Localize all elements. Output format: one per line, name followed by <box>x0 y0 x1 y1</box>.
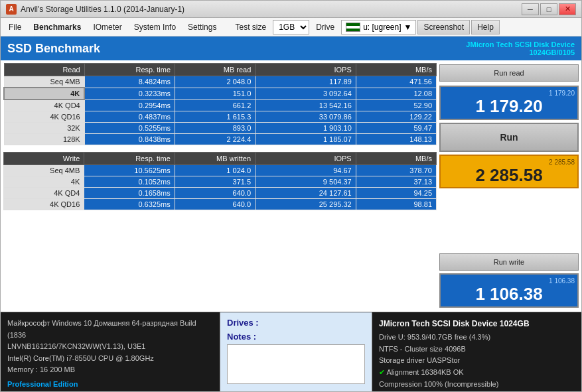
row-mbs: 471.56 <box>356 76 436 88</box>
minimize-button[interactable]: ─ <box>522 3 539 15</box>
write-col-label: Write <box>4 153 84 165</box>
row-resp: 10.5625ms <box>84 165 175 176</box>
row-resp: 0.1658ms <box>84 188 175 199</box>
row-mbs: 37.13 <box>356 176 436 188</box>
screenshot-button[interactable]: Screenshot <box>417 20 470 34</box>
table-row: 4K QD16 0.6325ms 640.0 25 295.32 98.81 <box>4 199 437 210</box>
row-iops: 94.67 <box>255 165 356 176</box>
menu-test-size-label: Test size <box>230 21 271 34</box>
sys-cpu2: Intel(R) Core(TM) i7-8550U CPU @ 1.80GHz <box>7 353 213 365</box>
maximize-button[interactable]: □ <box>540 3 557 15</box>
row-iops: 9 504.37 <box>255 176 356 188</box>
drive-flag-icon <box>346 23 360 32</box>
run-read-button[interactable]: Run read <box>439 64 579 82</box>
row-label: 4K QD4 <box>4 188 84 199</box>
title-bar-left: A Anvil's Storage Utilities 1.1.0 (2014-… <box>6 4 184 15</box>
bench-header: SSD Benchmark JMicron Tech SCSI Disk Dev… <box>1 36 581 60</box>
row-mb: 1 615.3 <box>175 111 255 123</box>
row-label: 4K <box>4 88 84 99</box>
table-row: 128K 0.8438ms 2 224.4 1 185.07 148.13 <box>4 134 437 145</box>
row-resp: 0.1052ms <box>84 176 175 188</box>
read-col-label: Read <box>4 64 84 76</box>
run-write-button[interactable]: Run write <box>439 253 579 271</box>
drive-selector[interactable]: u: [ugreen] ▼ <box>341 20 416 34</box>
row-label: Seq 4MB <box>4 165 84 176</box>
menu-system-info[interactable]: System Info <box>129 21 181 34</box>
row-iops: 3 092.64 <box>255 88 356 99</box>
menu-file[interactable]: File <box>3 21 27 34</box>
table-row: 4K QD4 0.2954ms 661.2 13 542.16 52.90 <box>4 99 437 111</box>
bottom-drives-notes: Drives : Notes : <box>220 312 372 391</box>
bench-tables: Read Resp. time MB read IOPS MB/s Seq 4M… <box>3 63 437 309</box>
table-row: 4K 0.3233ms 151.0 3 092.64 12.08 <box>4 88 437 99</box>
row-mbs: 148.13 <box>356 134 436 145</box>
drives-notes-textarea[interactable] <box>227 344 365 384</box>
row-mbs: 52.90 <box>356 99 436 111</box>
read-score-box: 1 179.20 1 179.20 <box>439 86 579 120</box>
ntfs-line: NTFS - Cluster size 4096B <box>379 344 575 356</box>
row-resp: 0.3233ms <box>84 88 175 99</box>
pro-edition-label: Professional Edition <box>7 379 213 391</box>
row-mb: 640.0 <box>175 199 255 210</box>
close-button[interactable]: ✕ <box>559 3 576 15</box>
help-button[interactable]: Help <box>471 20 500 34</box>
row-iops: 13 542.16 <box>255 99 356 111</box>
drives-label: Drives : <box>227 318 365 328</box>
read-col-mbs: MB/s <box>356 64 436 76</box>
compression: Compression 100% (Incompressible) <box>379 379 575 391</box>
write-col-mbs: MB/s <box>356 153 436 165</box>
row-mb: 371.5 <box>175 176 255 188</box>
test-size-select[interactable]: 1GB <box>273 20 309 34</box>
menu-drive-label: Drive <box>311 21 340 34</box>
spacer <box>439 191 579 249</box>
table-row: 32K 0.5255ms 893.0 1 903.10 59.47 <box>4 123 437 134</box>
menu-iometer[interactable]: IOmeter <box>88 21 127 34</box>
menu-benchmarks[interactable]: Benchmarks <box>28 21 86 34</box>
main-content: SSD Benchmark JMicron Tech SCSI Disk Dev… <box>1 36 581 391</box>
read-col-resp: Resp. time <box>84 64 175 76</box>
bottom-device-info: JMicron Tech SCSI Disk Device 1024GB Dri… <box>372 312 581 391</box>
title-bar: A Anvil's Storage Utilities 1.1.0 (2014-… <box>1 1 581 18</box>
total-score-big: 2 285.58 <box>443 166 575 185</box>
bench-title: SSD Benchmark <box>7 42 100 56</box>
device-line2: 1024GB/0105 <box>466 48 575 56</box>
sys-cpu1: LNVNB161216/7KCN32WW(V1.13), U3E1 <box>7 341 213 353</box>
write-score-big: 1 106.38 <box>443 285 575 304</box>
row-label: 4K QD16 <box>4 199 84 210</box>
run-button[interactable]: Run <box>439 123 579 152</box>
total-score-box: 2 285.58 2 285.58 <box>439 155 579 189</box>
table-row: Seq 4MB 8.4824ms 2 048.0 117.89 471.56 <box>4 76 437 88</box>
row-resp: 0.5255ms <box>84 123 175 134</box>
row-mb: 2 224.4 <box>175 134 255 145</box>
menu-settings[interactable]: Settings <box>182 21 222 34</box>
row-iops: 117.89 <box>255 76 356 88</box>
right-panel: Run read 1 179.20 1 179.20 Run 2 285.58 … <box>439 63 579 309</box>
row-resp: 0.2954ms <box>84 99 175 111</box>
row-mb: 151.0 <box>175 88 255 99</box>
row-mb: 2 048.0 <box>175 76 255 88</box>
row-iops: 24 127.61 <box>255 188 356 199</box>
write-col-iops: IOPS <box>255 153 356 165</box>
row-mbs: 98.81 <box>356 199 436 210</box>
row-resp: 8.4824ms <box>84 76 175 88</box>
row-mbs: 129.22 <box>356 111 436 123</box>
write-table: Write Resp. time MB written IOPS MB/s Se… <box>3 152 437 210</box>
row-iops: 1 903.10 <box>255 123 356 134</box>
row-mb: 640.0 <box>175 188 255 199</box>
row-resp: 0.8438ms <box>84 134 175 145</box>
total-score-small: 2 285.58 <box>443 159 575 166</box>
table-row: 4K 0.1052ms 371.5 9 504.37 37.13 <box>4 176 437 188</box>
write-col-mb: MB written <box>175 153 255 165</box>
row-mbs: 59.47 <box>356 123 436 134</box>
row-iops: 1 185.07 <box>255 134 356 145</box>
write-col-resp: Resp. time <box>84 153 175 165</box>
read-col-mb: MB read <box>175 64 255 76</box>
drive-usage: Drive U: 953.9/40.7GB free (4.3%) <box>379 332 575 344</box>
row-mb: 661.2 <box>175 99 255 111</box>
device-info: JMicron Tech SCSI Disk Device 1024GB/010… <box>466 40 575 56</box>
drive-value: u: [ugreen] <box>363 23 401 32</box>
row-resp: 0.6325ms <box>84 199 175 210</box>
read-score-big: 1 179.20 <box>443 97 575 116</box>
row-label: 32K <box>4 123 84 134</box>
alignment-ok-icon: ✔ <box>379 368 386 376</box>
